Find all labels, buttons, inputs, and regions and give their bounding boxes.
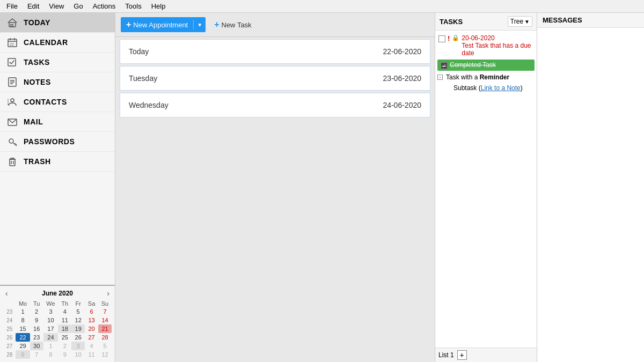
- sidebar-item-today[interactable]: TODAY: [0, 13, 115, 33]
- cal-day[interactable]: 26: [71, 333, 85, 342]
- weekday-fr: Fr: [71, 300, 85, 307]
- right-panels: TASKS Tree ▼ ! 🔒 20-06-2020 Test Task th…: [435, 13, 644, 362]
- cal-day[interactable]: 10: [71, 350, 85, 359]
- cal-day[interactable]: 12: [98, 350, 112, 359]
- cal-day[interactable]: 5: [71, 307, 85, 316]
- notes-icon: [6, 76, 18, 88]
- cal-day[interactable]: 24: [43, 333, 58, 342]
- cal-day[interactable]: 2: [58, 342, 71, 350]
- task-desc-overdue: Test Task that has a due date: [462, 42, 533, 57]
- cal-day[interactable]: 4: [58, 307, 71, 316]
- mini-cal-prev[interactable]: ‹: [3, 289, 10, 298]
- menu-file[interactable]: File: [2, 1, 22, 11]
- cal-day[interactable]: 6: [16, 350, 30, 359]
- mini-cal-header: ‹ June 2020 ›: [3, 289, 112, 298]
- task-checkbox-2[interactable]: [441, 62, 448, 69]
- sidebar-item-passwords[interactable]: PASSWORDS: [0, 132, 115, 152]
- sidebar-item-mail[interactable]: MAIL: [0, 112, 115, 132]
- cal-day[interactable]: 15: [16, 324, 30, 333]
- cal-day[interactable]: 9: [30, 316, 43, 324]
- day-item-wednesday[interactable]: Wednesday 24-06-2020: [120, 93, 430, 117]
- cal-day[interactable]: 14: [98, 316, 112, 324]
- task-checkbox-1[interactable]: [438, 35, 445, 42]
- cal-day[interactable]: 6: [85, 307, 98, 316]
- sidebar-item-calendar[interactable]: 22 CALENDAR: [0, 33, 115, 53]
- cal-day[interactable]: 25: [58, 333, 71, 342]
- day-item-tuesday[interactable]: Tuesday 23-06-2020: [120, 66, 430, 91]
- sidebar-label-calendar: CALENDAR: [24, 38, 68, 47]
- tasks-view-select[interactable]: Tree ▼: [508, 16, 532, 27]
- sidebar-item-notes[interactable]: NOTES: [0, 72, 115, 92]
- cal-day[interactable]: 11: [58, 316, 71, 324]
- sidebar-label-passwords: PASSWORDS: [24, 137, 75, 146]
- new-task-button[interactable]: + New Task: [210, 18, 255, 32]
- cal-day[interactable]: 3: [71, 342, 85, 350]
- cal-day[interactable]: 1: [43, 342, 58, 350]
- mini-cal-next[interactable]: ›: [105, 289, 112, 298]
- cal-day[interactable]: 11: [85, 350, 98, 359]
- menu-view[interactable]: View: [45, 1, 68, 11]
- cal-day[interactable]: 7: [30, 350, 43, 359]
- collapse-button[interactable]: -: [437, 75, 443, 80]
- task-reminder-text: Task with a: [446, 73, 480, 81]
- cal-day[interactable]: 10: [43, 316, 58, 324]
- new-task-plus-icon: +: [214, 20, 219, 29]
- menu-edit[interactable]: Edit: [23, 1, 43, 11]
- cal-day[interactable]: 1: [16, 307, 30, 316]
- sidebar-label-mail: MAIL: [24, 117, 43, 126]
- cal-day[interactable]: 9: [58, 350, 71, 359]
- cal-day[interactable]: 2: [30, 307, 43, 316]
- sidebar-nav: TODAY 22 CALENDAR: [0, 13, 115, 285]
- weekday-tu: Tu: [30, 300, 43, 307]
- cal-day[interactable]: 5: [98, 342, 112, 350]
- svg-rect-7: [8, 58, 16, 66]
- cal-day[interactable]: 17: [43, 324, 58, 333]
- messages-title: MESSAGES: [543, 16, 582, 24]
- cal-day[interactable]: 13: [85, 316, 98, 324]
- cal-day[interactable]: 28: [98, 333, 112, 342]
- cal-day[interactable]: 8: [43, 350, 58, 359]
- new-appointment-main[interactable]: + New Appointment: [121, 20, 194, 29]
- subtask-content: Subtask (Link to a Note): [453, 84, 523, 92]
- sidebar-item-tasks[interactable]: TASKS: [0, 53, 115, 72]
- cal-day[interactable]: 16: [30, 324, 43, 333]
- tasks-list: ! 🔒 20-06-2020 Test Task that has a due …: [435, 31, 537, 348]
- cal-day[interactable]: 30: [30, 342, 43, 350]
- cal-day[interactable]: 27: [85, 333, 98, 342]
- cal-day[interactable]: 22: [16, 333, 30, 342]
- exclamation-icon: !: [448, 34, 450, 42]
- menu-tools[interactable]: Tools: [121, 1, 145, 11]
- cal-day[interactable]: 3: [43, 307, 58, 316]
- home-icon: [6, 17, 18, 28]
- cal-day[interactable]: 8: [16, 316, 30, 324]
- new-appointment-button[interactable]: + New Appointment ▼: [121, 17, 206, 32]
- day-name-tuesday: Tuesday: [129, 74, 157, 83]
- week-number: 28: [3, 350, 16, 359]
- cal-day[interactable]: 12: [71, 316, 85, 324]
- cal-day[interactable]: 18: [58, 324, 71, 333]
- week-number: 25: [3, 324, 16, 333]
- cal-day[interactable]: 19: [71, 324, 85, 333]
- menu-go[interactable]: Go: [69, 1, 87, 11]
- task-date-overdue: 20-06-2020: [462, 34, 533, 42]
- task-item-completed: Completed Task: [437, 60, 535, 71]
- new-appointment-label: New Appointment: [133, 21, 188, 29]
- menu-help[interactable]: Help: [147, 1, 170, 11]
- sidebar-item-trash[interactable]: TRASH: [0, 152, 115, 172]
- menu-actions[interactable]: Actions: [89, 1, 120, 11]
- cal-day[interactable]: 7: [98, 307, 112, 316]
- sidebar-item-contacts[interactable]: CONTACTS: [0, 92, 115, 112]
- messages-header: MESSAGES: [537, 13, 644, 28]
- cal-day[interactable]: 21: [98, 324, 112, 333]
- subtask-link[interactable]: Link to a Note: [481, 84, 521, 92]
- tasks-title: TASKS: [440, 18, 463, 26]
- day-item-today[interactable]: Today 22-06-2020: [120, 39, 430, 64]
- cal-day[interactable]: 20: [85, 324, 98, 333]
- week-number: 27: [3, 342, 16, 350]
- cal-day[interactable]: 23: [30, 333, 43, 342]
- new-task-label: New Task: [222, 21, 252, 29]
- new-appointment-arrow[interactable]: ▼: [194, 22, 206, 28]
- add-list-button[interactable]: +: [457, 350, 467, 360]
- cal-day[interactable]: 4: [85, 342, 98, 350]
- cal-day[interactable]: 29: [16, 342, 30, 350]
